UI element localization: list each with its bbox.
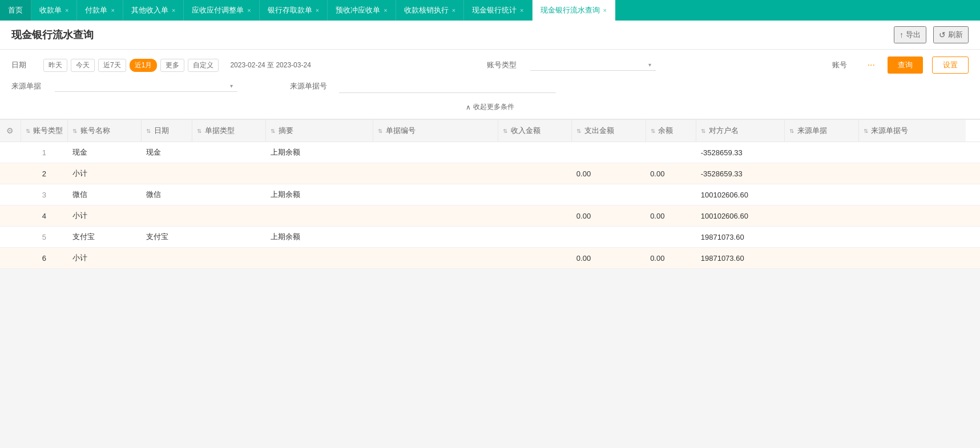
cell-source-doc-no xyxy=(966,205,980,227)
nav-close-verify[interactable]: × xyxy=(452,7,455,14)
table-settings-icon[interactable]: ⚙ xyxy=(6,126,14,135)
nav-close-prepay[interactable]: × xyxy=(384,7,387,14)
col-date[interactable]: ⇅ 日期 xyxy=(142,120,192,142)
cell-doc-no xyxy=(498,184,572,205)
top-navigation: 首页 收款单 × 付款单 × 其他收入单 × 应收应付调整单 × 银行存取款单 … xyxy=(0,0,980,21)
col-expense[interactable]: ⇅ 支出金额 xyxy=(572,120,646,142)
cell-date xyxy=(192,227,266,248)
nav-close-cash-stats[interactable]: × xyxy=(520,7,523,14)
cell-account-name xyxy=(142,205,192,227)
date-options: 昨天 今天 近7天 近1月 更多 自定义 xyxy=(43,59,219,72)
cell-income xyxy=(572,184,646,205)
nav-close-payments[interactable]: × xyxy=(111,7,114,14)
table-row: 1现金现金上期余额-3528659.33 xyxy=(0,142,980,163)
sort-summary-icon: ⇅ xyxy=(271,128,275,134)
col-account-name[interactable]: ⇅ 账号名称 xyxy=(68,120,142,142)
cell-summary xyxy=(373,205,498,227)
col-income[interactable]: ⇅ 收入金额 xyxy=(498,120,572,142)
col-summary[interactable]: ⇅ 摘要 xyxy=(266,120,373,142)
cell-balance: 100102606.60 xyxy=(696,184,785,205)
cell-account-name: 微信 xyxy=(142,184,192,205)
query-button[interactable]: 查询 xyxy=(888,56,923,74)
table-row: 5支付宝支付宝上期余额19871073.60 xyxy=(0,227,980,248)
cell-balance: 19871073.60 xyxy=(696,227,785,248)
col-doc-type[interactable]: ⇅ 单据类型 xyxy=(192,120,266,142)
date-btn-today[interactable]: 今天 xyxy=(71,59,95,72)
page-title: 现金银行流水查询 xyxy=(11,28,94,42)
col-doc-no[interactable]: ⇅ 单据编号 xyxy=(373,120,498,142)
source-doc-select[interactable]: ▾ xyxy=(55,80,237,92)
settings-button[interactable]: 设置 xyxy=(932,56,969,74)
table-header: ⚙ ⇅ 账号类型 ⇅ 账号名称 ⇅ 日期 ⇅ 单据类型 xyxy=(0,120,980,142)
cell-doc-type xyxy=(266,205,373,227)
nav-item-bank-deposit[interactable]: 银行存取款单 × xyxy=(260,0,328,21)
cell-source-doc xyxy=(858,142,966,163)
date-btn-more[interactable]: 更多 xyxy=(160,59,184,72)
collapse-bar[interactable]: ∧ 收起更多条件 xyxy=(11,99,969,112)
nav-close-ar-ap-adjust[interactable]: × xyxy=(247,7,251,14)
cell-source-doc-no xyxy=(966,227,980,248)
col-gear: ⚙ xyxy=(0,120,21,142)
table-row: 6小计0.000.0019871073.60 xyxy=(0,248,980,269)
nav-item-verify[interactable]: 收款核销执行 × xyxy=(396,0,464,21)
nav-close-bank-deposit[interactable]: × xyxy=(316,7,319,14)
cell-date xyxy=(192,163,266,184)
cell-doc-no xyxy=(498,163,572,184)
date-btn-custom[interactable]: 自定义 xyxy=(188,59,219,72)
table-body: 1现金现金上期余额-3528659.332小计0.000.00-3528659.… xyxy=(0,142,980,269)
cell-doc-no xyxy=(498,248,572,269)
nav-close-cash-flow[interactable]: × xyxy=(603,7,607,14)
page-header: 现金银行流水查询 ↑ 导出 ↺ 刷新 xyxy=(0,21,980,50)
cell-num: 2 xyxy=(21,163,68,184)
nav-item-cash-stats[interactable]: 现金银行统计 × xyxy=(464,0,532,21)
cell-num: 5 xyxy=(21,227,68,248)
cell-source-doc xyxy=(858,248,966,269)
nav-close-receipts[interactable]: × xyxy=(65,7,68,14)
date-btn-1month[interactable]: 近1月 xyxy=(130,59,158,72)
source-doc-num-input[interactable] xyxy=(339,79,556,93)
nav-item-receipts[interactable]: 收款单 × xyxy=(31,0,77,21)
nav-item-other-income[interactable]: 其他收入单 × xyxy=(123,0,184,21)
nav-item-prepay[interactable]: 预收冲应收单 × xyxy=(328,0,396,21)
cell-source-doc xyxy=(858,205,966,227)
sort-balance-icon: ⇅ xyxy=(651,128,655,134)
nav-item-home[interactable]: 首页 xyxy=(0,0,31,21)
col-source-doc[interactable]: ⇅ 来源单据 xyxy=(785,120,858,142)
cell-gear xyxy=(0,142,21,163)
export-button[interactable]: ↑ 导出 xyxy=(894,26,926,43)
cell-counterpart xyxy=(785,184,858,205)
cell-summary xyxy=(373,184,498,205)
col-source-doc-no[interactable]: ⇅ 来源单据号 xyxy=(858,120,966,142)
cell-account-type: 小计 xyxy=(68,248,142,269)
cell-source-doc-no xyxy=(966,142,980,163)
sort-source-doc-icon: ⇅ xyxy=(789,128,794,134)
sort-income-icon: ⇅ xyxy=(503,128,507,134)
account-ellipsis-button[interactable]: ··· xyxy=(864,59,878,71)
cell-balance: -3528659.33 xyxy=(696,142,785,163)
col-account-type[interactable]: ⇅ 账号类型 xyxy=(21,120,68,142)
cell-gear xyxy=(0,163,21,184)
cell-balance: 19871073.60 xyxy=(696,248,785,269)
cell-summary xyxy=(373,248,498,269)
col-balance[interactable]: ⇅ 余额 xyxy=(646,120,696,142)
cell-date xyxy=(192,142,266,163)
date-btn-7days[interactable]: 近7天 xyxy=(98,59,126,72)
refresh-button[interactable]: ↺ 刷新 xyxy=(933,26,969,43)
nav-item-ar-ap-adjust[interactable]: 应收应付调整单 × xyxy=(184,0,259,21)
date-btn-yesterday[interactable]: 昨天 xyxy=(43,59,67,72)
nav-item-cash-flow[interactable]: 现金银行流水查询 × xyxy=(533,0,615,21)
cell-doc-type xyxy=(266,163,373,184)
cell-expense: 0.00 xyxy=(646,205,696,227)
cell-doc-type: 上期余额 xyxy=(266,142,373,163)
header-actions: ↑ 导出 ↺ 刷新 xyxy=(894,26,969,43)
cell-expense xyxy=(646,227,696,248)
cell-summary xyxy=(373,227,498,248)
nav-close-other-income[interactable]: × xyxy=(172,7,175,14)
cell-num: 1 xyxy=(21,142,68,163)
nav-item-payments[interactable]: 付款单 × xyxy=(77,0,123,21)
account-type-select[interactable]: ▾ xyxy=(530,59,656,71)
cell-expense xyxy=(646,142,696,163)
col-counterpart[interactable]: ⇅ 对方户名 xyxy=(696,120,785,142)
table-row: 3微信微信上期余额100102606.60 xyxy=(0,184,980,205)
table-row: 4小计0.000.00100102606.60 xyxy=(0,205,980,227)
